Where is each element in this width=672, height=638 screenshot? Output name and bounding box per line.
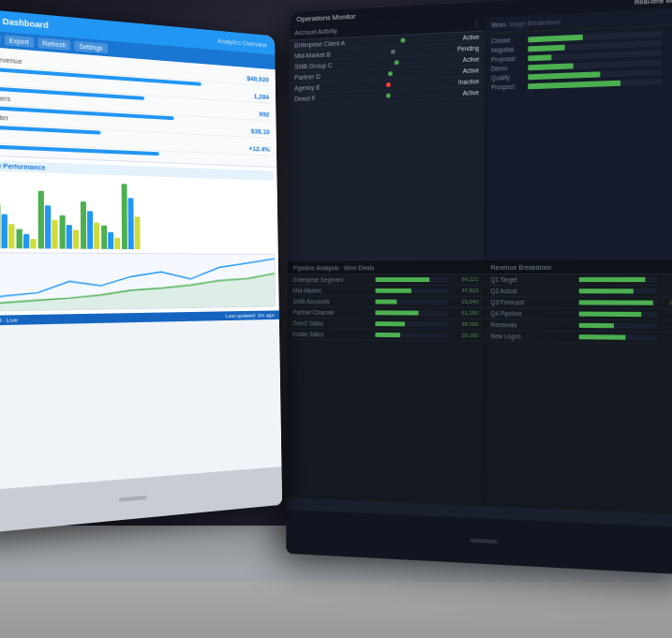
bar-group	[101, 226, 120, 249]
right-monitor-logo	[470, 539, 498, 544]
right-monitor-screen: Operations Monitor Real-time Metrics Acc…	[286, 0, 672, 527]
green-bar-fill	[528, 80, 621, 89]
row-value: 1,284	[219, 90, 269, 101]
bottom-bar-fill	[375, 332, 400, 336]
bar-green	[38, 191, 44, 249]
bar-lime	[8, 224, 14, 248]
status-dot-green	[395, 60, 399, 65]
bottom-bar-fill	[579, 311, 641, 317]
bottom-bar-track	[375, 310, 447, 315]
line-chart-svg	[0, 253, 275, 311]
status-dot-green	[386, 94, 391, 98]
bar-blue	[67, 225, 72, 249]
bottom-bar-fill	[579, 289, 634, 293]
bar-blue	[128, 198, 134, 249]
right-subtitle: Real-time Metrics	[635, 0, 672, 6]
bar-blue	[87, 211, 93, 248]
bottom-left-panel: Pipeline Analysis · Won Deals Enterprise…	[287, 261, 485, 507]
row-value: $48,920	[219, 72, 269, 83]
bottom-right-title: Revenue Breakdown	[490, 263, 551, 270]
top-right-panel: Won Stage Breakdown Closed 42% Negotiat.	[485, 7, 672, 260]
bar-blue	[1, 215, 7, 249]
bottom-panel-title: Pipeline Analysis · Won Deals	[293, 264, 374, 271]
bottom-panel-header: Revenue Breakdown	[485, 260, 672, 274]
bottom-panel-header: Pipeline Analysis · Won Deals	[288, 261, 484, 274]
bar-lime	[114, 238, 120, 249]
status-left: Connected · Live	[0, 317, 18, 323]
bottom-bar-track	[579, 289, 657, 293]
bar-blue	[23, 234, 29, 249]
bottom-bar-fill	[375, 299, 396, 304]
bottom-bar-track	[375, 299, 447, 304]
bottom-bar-fill	[579, 300, 653, 304]
bar-blue	[45, 205, 51, 248]
left-chart-area: Monthly Performance	[0, 156, 279, 316]
left-monitor: Sales Dashboard Analytics Overview Filte…	[0, 7, 282, 535]
status-dot-red	[386, 82, 391, 87]
bottom-row: Q1 Target 92,400	[485, 274, 672, 285]
bottom-bar-track	[579, 322, 657, 328]
bar-group	[81, 201, 99, 249]
bottom-bar-fill	[375, 277, 429, 282]
bar-lime	[94, 222, 99, 248]
bottom-bar-track	[375, 277, 447, 282]
left-monitor-logo	[119, 496, 147, 502]
export-button[interactable]: Export	[4, 35, 34, 48]
left-title: Sales Dashboard	[0, 14, 49, 30]
bar-green	[17, 229, 22, 248]
right-monitor: Operations Monitor Real-time Metrics Acc…	[286, 0, 672, 575]
status-dot-green	[401, 37, 406, 42]
bottom-bar-fill	[375, 310, 418, 315]
line-chart	[0, 252, 276, 312]
green-bar-track	[528, 79, 662, 89]
green-bars-chart: Closed 42% Negotiat. 28% P	[485, 24, 672, 95]
bottom-row: Enterprise Segment 84,121	[288, 274, 484, 286]
bar-green	[101, 226, 107, 249]
panel-icon: ⋮	[472, 21, 479, 28]
bar-green	[59, 215, 65, 249]
bar-lime	[135, 216, 141, 249]
right-grid: Account Activity ⋮ Enterprise Client A A…	[287, 7, 672, 515]
bottom-bar-fill	[579, 334, 626, 340]
won-label: Won	[491, 21, 506, 30]
bar-group	[38, 191, 58, 249]
bottom-bar-fill	[375, 288, 411, 292]
bar-group	[122, 184, 141, 249]
refresh-button[interactable]: Refresh	[37, 37, 70, 51]
bottom-row: New Logos 61,800	[485, 331, 672, 345]
bar-green	[81, 201, 86, 249]
bottom-bar-fill	[579, 276, 646, 281]
left-monitor-screen: Sales Dashboard Analytics Overview Filte…	[0, 7, 281, 492]
bottom-bar-fill	[375, 321, 405, 326]
bottom-row: Inside Sales 29,100	[288, 329, 485, 342]
panel-title: Account Activity	[294, 27, 336, 37]
bar-group	[17, 229, 37, 248]
row-value: 892	[219, 108, 269, 119]
bottom-bar-track	[579, 300, 657, 304]
bar-green	[122, 184, 127, 249]
bar-group	[0, 204, 14, 248]
status-dot-green	[388, 71, 393, 76]
green-bar-fill	[528, 34, 583, 42]
green-bar-fill	[528, 44, 564, 52]
bottom-row: SMB Accounts 23,940	[288, 296, 484, 308]
right-title: Operations Monitor	[296, 12, 355, 23]
left-subtitle: Analytics Overview	[217, 37, 266, 48]
bottom-bar-track	[579, 311, 657, 317]
settings-button[interactable]: Settings	[74, 40, 107, 53]
bar-lime	[30, 239, 36, 248]
bottom-bar-track	[579, 334, 657, 340]
status-right: Last updated: 2m ago	[226, 312, 275, 319]
bar-lime	[73, 230, 79, 248]
row-value: $38.10	[219, 126, 269, 136]
bottom-row: Q2 Actual 78,200	[485, 286, 672, 298]
green-bar-fill	[528, 63, 574, 70]
green-bar-fill	[528, 54, 551, 61]
won-subtitle: Stage Breakdown	[508, 19, 560, 28]
bottom-bar-track	[375, 332, 447, 337]
bottom-right-panel: Revenue Breakdown Q1 Target 92,400 Q2 Ac…	[485, 260, 672, 515]
bar-lime	[52, 220, 57, 249]
status-dot-gray	[391, 50, 396, 54]
bar-chart	[0, 173, 275, 254]
row-value: +12.4%	[220, 143, 270, 154]
